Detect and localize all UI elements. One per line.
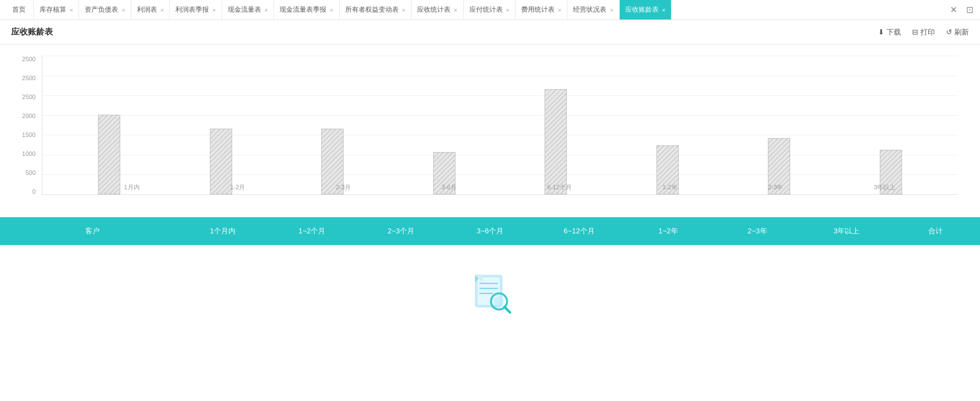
table-header: 客户1个月内1~2个月2~3个月3~6个月6~12个月1~2年2~3年3年以上合…: [0, 217, 980, 245]
table-header-cell: 2~3个月: [356, 226, 445, 236]
svg-point-6: [494, 296, 504, 306]
tab-close-expense-stat[interactable]: ×: [558, 7, 561, 13]
y-axis: 2500250025002000150010005000: [17, 56, 39, 195]
tab-ar-aging[interactable]: 应收账龄表×: [620, 0, 672, 20]
bar-group: [545, 89, 567, 194]
x-axis-label: 2-3年: [768, 183, 783, 192]
tab-equity[interactable]: 所有者权益变动表×: [340, 0, 411, 20]
table-header-cell: 6~12个月: [535, 226, 624, 236]
close-window-icon[interactable]: ✕: [948, 4, 959, 15]
y-axis-label: 2000: [22, 113, 36, 119]
page-title: 应收账龄表: [11, 27, 53, 37]
tab-close-ar-stat[interactable]: ×: [454, 7, 457, 13]
x-axis-label: 1-2月: [230, 183, 245, 192]
tab-ap-stat[interactable]: 应付统计表×: [464, 0, 516, 20]
x-axis-label: 3年以上: [874, 183, 895, 192]
chart-container: 2500250025002000150010005000 1月内1-2月2-3月…: [17, 56, 963, 212]
table-header-cell: 客户: [0, 226, 178, 236]
table-header-cell: 3年以上: [802, 226, 891, 236]
tab-close-profit-quarter[interactable]: ×: [212, 7, 215, 13]
table-header-cell: 1个月内: [178, 226, 267, 236]
svg-line-7: [504, 307, 510, 312]
tab-home[interactable]: 首页: [4, 0, 34, 20]
x-axis-label: 1月内: [124, 183, 139, 192]
y-axis-label: 1500: [22, 131, 36, 138]
chart-area: 2500250025002000150010005000 1月内1-2月2-3月…: [0, 45, 980, 217]
download-button[interactable]: ⬇ 下载: [878, 27, 901, 37]
tab-inventory[interactable]: 库存核算×: [34, 0, 79, 20]
tab-expense-stat[interactable]: 费用统计表×: [516, 0, 567, 20]
print-icon: ⊟: [912, 28, 918, 36]
y-axis-label: 0: [32, 188, 36, 195]
maximize-icon[interactable]: ⊡: [964, 4, 976, 15]
tab-ar-stat[interactable]: 应收统计表×: [411, 0, 463, 20]
tab-cashflow[interactable]: 现金流量表×: [222, 0, 274, 20]
tab-close-profit[interactable]: ×: [160, 7, 164, 13]
tab-cashflow-quarter[interactable]: 现金流量表季报×: [274, 0, 339, 20]
refresh-icon: ↺: [946, 28, 952, 36]
tab-close-ap-stat[interactable]: ×: [506, 7, 509, 13]
chart-plot: 1月内1-2月2-3月3-6月6-12个月1-2年2-3年3年以上: [42, 56, 958, 195]
tab-bar: 首页 库存核算×资产负债表×利润表×利润表季报×现金流量表×现金流量表季报×所有…: [0, 0, 980, 20]
tab-close-cashflow-quarter[interactable]: ×: [330, 7, 333, 13]
tab-close-cashflow[interactable]: ×: [264, 7, 268, 13]
x-axis-label: 6-12个月: [547, 183, 572, 192]
table-header-cell: 合计: [891, 226, 980, 236]
table-header-cell: 3~6个月: [445, 226, 535, 236]
tab-close-inventory[interactable]: ×: [70, 7, 73, 13]
main-content: 2500250025002000150010005000 1月内1-2月2-3月…: [0, 45, 980, 401]
empty-icon: [465, 267, 515, 317]
table-header-cell: 1~2个月: [267, 226, 356, 236]
y-axis-label: 2500: [22, 56, 36, 62]
page-header: 应收账龄表 ⬇ 下载 ⊟ 打印 ↺ 刷新: [0, 20, 980, 45]
table-header-cell: 1~2年: [624, 226, 713, 236]
tab-balance[interactable]: 资产负债表×: [79, 0, 131, 20]
tab-close-ar-aging[interactable]: ×: [662, 7, 665, 13]
table-header-cell: 2~3年: [713, 226, 802, 236]
header-actions: ⬇ 下载 ⊟ 打印 ↺ 刷新: [878, 27, 969, 37]
chart-bar[interactable]: [545, 89, 567, 194]
tab-close-operation[interactable]: ×: [610, 7, 613, 13]
x-axis-label: 3-6月: [442, 183, 457, 192]
print-button[interactable]: ⊟ 打印: [912, 27, 935, 37]
tab-close-equity[interactable]: ×: [402, 7, 405, 13]
tab-close-balance[interactable]: ×: [121, 7, 125, 13]
x-axis-label: 1-2年: [663, 183, 678, 192]
refresh-button[interactable]: ↺ 刷新: [946, 27, 969, 37]
y-axis-label: 2500: [22, 75, 36, 81]
tab-profit-quarter[interactable]: 利润表季报×: [170, 0, 222, 20]
empty-state: [0, 245, 980, 340]
y-axis-label: 1000: [22, 150, 36, 157]
tab-operation[interactable]: 经营状况表×: [567, 0, 619, 20]
tab-bar-actions: ✕ ⊡: [948, 4, 976, 15]
y-axis-label: 500: [26, 169, 36, 176]
bars-container: [42, 56, 958, 194]
x-axis-label: 2-3月: [336, 183, 351, 192]
download-icon: ⬇: [878, 28, 884, 36]
y-axis-label: 2500: [22, 94, 36, 100]
x-axis: 1月内1-2月2-3月3-6月6-12个月1-2年2-3年3年以上: [67, 180, 952, 194]
tab-profit[interactable]: 利润表×: [131, 0, 170, 20]
